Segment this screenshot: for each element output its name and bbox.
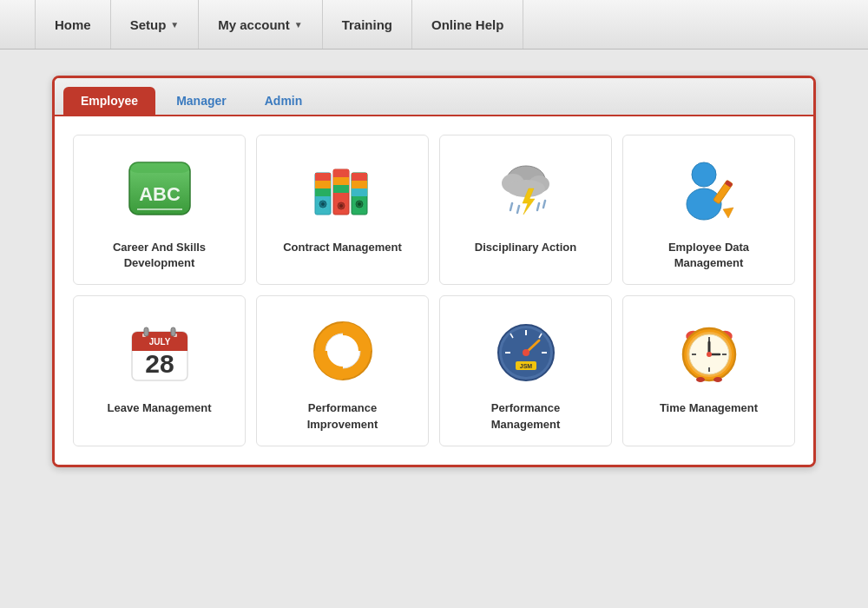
svg-text:28: 28 xyxy=(145,349,174,378)
module-timemgmt-label: Time Management xyxy=(660,400,758,416)
svg-point-73 xyxy=(713,377,722,382)
icon-container-disciplinary xyxy=(487,151,565,229)
module-employeedata-label: Employee DataManagement xyxy=(668,240,749,271)
employee-icon xyxy=(674,155,744,225)
content-card: Employee Manager Admin xyxy=(52,76,816,467)
module-perfmgmt-label: PerformanceManagement xyxy=(491,400,560,432)
module-timemgmt[interactable]: Time Management xyxy=(622,295,795,446)
module-disciplinary-label: Disciplinary Action xyxy=(475,240,576,255)
svg-rect-43 xyxy=(144,327,148,336)
tab-bar: Employee Manager Admin xyxy=(55,78,813,116)
svg-rect-18 xyxy=(352,181,367,188)
icon-container-contract xyxy=(304,151,382,229)
module-disciplinary[interactable]: Disciplinary Action xyxy=(439,135,612,285)
module-leave-label: Leave Management xyxy=(108,400,212,416)
icon-container-timemgmt xyxy=(670,312,748,390)
icon-container-employeedata xyxy=(670,151,748,229)
nav-home-label: Home xyxy=(55,17,91,32)
icon-container-career: ABC xyxy=(121,151,199,229)
module-employeedata[interactable]: Employee DataManagement xyxy=(622,135,795,285)
icon-container-leave: JULY 28 xyxy=(121,312,199,390)
svg-text:ABC: ABC xyxy=(139,183,181,205)
nav-myaccount-label: My account xyxy=(218,17,290,32)
tab-employee[interactable]: Employee xyxy=(63,87,155,115)
module-contract-label: Contract Management xyxy=(283,240,402,255)
svg-point-57 xyxy=(523,349,529,356)
svg-point-31 xyxy=(692,162,716,187)
module-perfimprove[interactable]: PerformanceImprovement xyxy=(256,295,429,446)
abc-icon: ABC xyxy=(125,155,194,225)
svg-rect-7 xyxy=(315,188,331,196)
svg-rect-13 xyxy=(333,185,349,193)
svg-line-28 xyxy=(517,206,519,213)
svg-rect-44 xyxy=(171,327,175,336)
nav-setup[interactable]: Setup ▼ xyxy=(111,0,200,49)
svg-rect-19 xyxy=(352,188,367,196)
svg-line-29 xyxy=(537,203,539,210)
svg-rect-5 xyxy=(315,173,331,181)
svg-rect-6 xyxy=(315,181,331,188)
svg-rect-1 xyxy=(129,162,190,173)
nav-setup-arrow: ▼ xyxy=(170,20,179,30)
tab-admin[interactable]: Admin xyxy=(247,87,320,115)
module-leave[interactable]: JULY 28 Leave Management xyxy=(73,295,246,446)
svg-rect-17 xyxy=(352,173,367,181)
svg-rect-11 xyxy=(333,169,349,177)
svg-text:JULY: JULY xyxy=(148,337,170,347)
icon-container-perfmgmt: JSM xyxy=(487,312,565,390)
svg-point-72 xyxy=(696,377,705,382)
svg-point-32 xyxy=(687,188,721,220)
lifebuoy-icon xyxy=(308,316,378,386)
module-career[interactable]: ABC Career And SkillsDevelopment xyxy=(73,135,246,285)
icon-container-perfimprove xyxy=(304,312,382,390)
nav-training-label: Training xyxy=(342,17,392,32)
top-navigation: Home Setup ▼ My account ▼ Training Onlin… xyxy=(0,0,868,50)
module-perfmgmt[interactable]: JSM PerformanceManagement xyxy=(439,295,612,446)
storm-icon xyxy=(491,155,561,225)
svg-point-71 xyxy=(707,352,712,357)
svg-text:JSM: JSM xyxy=(519,363,532,369)
svg-line-30 xyxy=(543,201,545,208)
nav-myaccount[interactable]: My account ▼ xyxy=(199,0,322,49)
nav-myaccount-arrow: ▼ xyxy=(294,20,303,30)
svg-point-9 xyxy=(321,202,325,206)
svg-point-15 xyxy=(339,204,343,208)
svg-point-48 xyxy=(327,335,358,367)
nav-training[interactable]: Training xyxy=(323,0,412,49)
main-area: Employee Manager Admin xyxy=(0,50,868,608)
svg-line-27 xyxy=(510,203,512,210)
svg-marker-34 xyxy=(723,208,733,218)
nav-onlinehelp[interactable]: Online Help xyxy=(412,0,523,49)
nav-home[interactable]: Home xyxy=(35,0,111,49)
speedometer-icon: JSM xyxy=(491,316,561,386)
svg-point-21 xyxy=(358,202,361,206)
nav-onlinehelp-label: Online Help xyxy=(431,17,503,32)
clock-icon xyxy=(674,316,744,386)
binders-icon xyxy=(308,155,378,225)
nav-setup-label: Setup xyxy=(130,17,167,32)
calendar-icon: JULY 28 xyxy=(125,316,194,386)
module-perfimprove-label: PerformanceImprovement xyxy=(307,400,378,432)
svg-rect-12 xyxy=(333,177,349,185)
module-contract[interactable]: Contract Management xyxy=(256,135,429,285)
module-career-label: Career And SkillsDevelopment xyxy=(113,240,206,271)
tab-manager[interactable]: Manager xyxy=(159,87,244,115)
module-grid: ABC Career And SkillsDevelopment xyxy=(55,116,813,465)
